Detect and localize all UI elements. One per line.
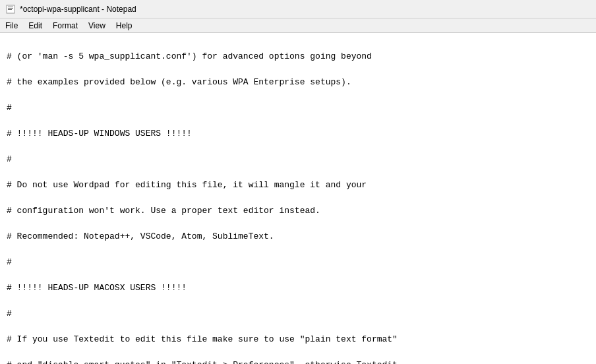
line-7: # configuration won't work. Use a proper… xyxy=(7,204,589,218)
line-10: # !!!!! HEADS-UP MACOSX USERS !!!!! xyxy=(7,282,589,295)
menu-file[interactable]: File xyxy=(0,20,23,32)
line-5: # xyxy=(7,153,589,166)
menu-bar: File Edit Format View Help xyxy=(0,18,596,33)
line-4: # !!!!! HEADS-UP WINDOWS USERS !!!!! xyxy=(7,127,589,140)
title-bar: *octopi-wpa-supplicant - Notepad xyxy=(0,0,596,18)
line-13: # and "disable smart quotes" in "Textedi… xyxy=(7,359,589,365)
line-11: # xyxy=(7,307,589,320)
window-title: *octopi-wpa-supplicant - Notepad xyxy=(20,5,136,14)
editor-area[interactable]: # (or 'man -s 5 wpa_supplicant.conf') fo… xyxy=(0,33,596,364)
notepad-icon xyxy=(5,4,16,15)
line-12: # If you use Textedit to edit this file … xyxy=(7,333,589,346)
line-3: # xyxy=(7,102,589,115)
line-1: # (or 'man -s 5 wpa_supplicant.conf') fo… xyxy=(7,50,589,63)
menu-edit[interactable]: Edit xyxy=(23,20,47,32)
line-6: # Do not use Wordpad for editing this fi… xyxy=(7,179,589,192)
svg-rect-1 xyxy=(8,7,13,7)
menu-format[interactable]: Format xyxy=(47,20,83,32)
line-9: # xyxy=(7,256,589,269)
line-2: # the examples provided below (e.g. vari… xyxy=(7,76,589,89)
svg-rect-3 xyxy=(8,9,12,10)
menu-view[interactable]: View xyxy=(83,20,111,32)
line-8: # Recommended: Notepad++, VSCode, Atom, … xyxy=(7,230,589,243)
menu-help[interactable]: Help xyxy=(111,20,138,32)
svg-rect-2 xyxy=(8,8,13,9)
